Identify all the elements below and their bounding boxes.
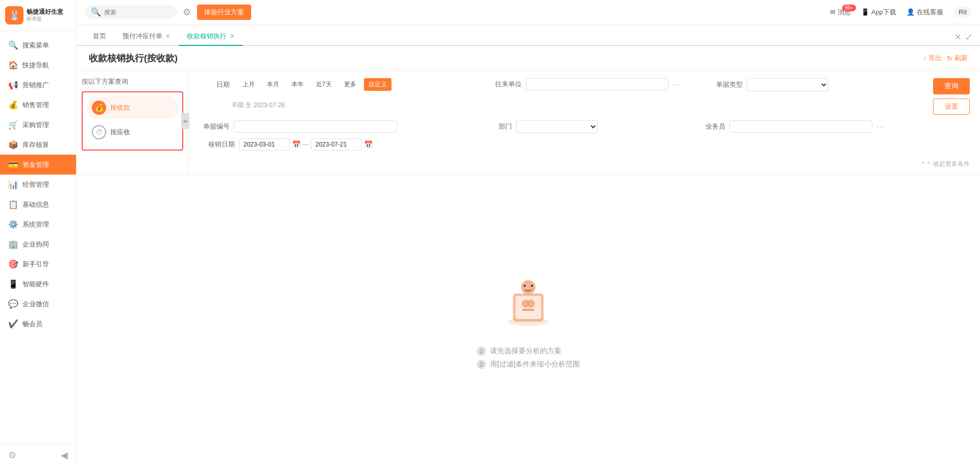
inventory-icon: 📦 (8, 140, 18, 150)
collapse-more-btn[interactable]: ⌃⌃ 收起更多条件 (189, 158, 980, 175)
sidebar-item-hardware[interactable]: 📱 智能硬件 (0, 274, 76, 294)
filter-form-area: 日期 上月 本月 本年 近7天 更多 自定义 (189, 71, 980, 175)
logo-area: 🐰 畅捷通好生意 标准版 (0, 0, 76, 31)
settings-gear-icon[interactable]: ⚙ (183, 7, 191, 18)
search-input[interactable] (104, 9, 165, 16)
message-icon: ✉ (830, 8, 836, 16)
tab-prepay-conflict-close[interactable]: ✕ (165, 33, 170, 40)
date-last-month-btn[interactable]: 上月 (238, 78, 259, 91)
hardware-icon: 📱 (8, 279, 18, 289)
by-receivable-icon: ⏱ (92, 125, 106, 139)
sidebar-item-funds[interactable]: 💳 资金管理 (0, 155, 76, 175)
sidebar-item-purchase[interactable]: 🛒 采购管理 (0, 115, 76, 135)
export-button[interactable]: ↑ 导出 (923, 54, 942, 63)
date-btn-group: 上月 本月 本年 近7天 更多 自定义 (238, 78, 483, 91)
collapse-sidebar-icon[interactable]: ◀ (61, 450, 68, 461)
tab-close-all-icon[interactable]: ✕ (954, 32, 961, 42)
sidebar: 🐰 畅捷通好生意 标准版 🔍 搜索菜单 🏠 快捷导航 📢 营销推广 💰 销售管理… (0, 0, 77, 467)
sidebar-item-system[interactable]: ⚙️ 系统管理 (0, 214, 76, 234)
page-header: 收款核销执行(按收款) ↑ 导出 ↻ 刷新 (77, 46, 980, 71)
dept-field: 部门 (481, 120, 687, 133)
online-service-button[interactable]: 👤 在线客服 (906, 8, 943, 17)
sidebar-item-quick-nav[interactable]: 🏠 快捷导航 (0, 55, 76, 75)
sidebar-item-label: 系统管理 (22, 220, 49, 229)
tab-expand-icon[interactable]: ⤢ (965, 32, 972, 42)
message-badge: 99+ (842, 5, 856, 11)
search-menu-icon: 🔍 (8, 40, 18, 50)
tab-prepay-conflict-label: 预付冲应付单 (122, 32, 162, 41)
calendar-end-icon[interactable]: 📅 (364, 140, 373, 149)
sidebar-item-inventory[interactable]: 📦 库存核算 (0, 135, 76, 155)
filter-sidebar: 按以下方案查询 💰 按收款 ⏱ 按应收 ≫ (77, 71, 189, 175)
filter-panel: 按以下方案查询 💰 按收款 ⏱ 按应收 ≫ (77, 71, 980, 175)
filter-option-by-collection[interactable]: 💰 按收款 (87, 96, 178, 119)
sidebar-item-label: 经营管理 (22, 180, 49, 189)
empty-illustration (498, 273, 559, 334)
writeoff-date-start-input[interactable] (239, 138, 290, 151)
date-this-month-btn[interactable]: 本月 (262, 78, 284, 91)
empty-tip-1-text: 请先选择要分析的方案 (490, 347, 561, 356)
date-range-display: 不限 至 2023-07-26 (199, 101, 483, 110)
doc-no-label: 单据编号 (199, 122, 230, 131)
marketing-icon: 📢 (8, 80, 18, 90)
date-more-btn[interactable]: 更多 (339, 78, 361, 91)
topbar-search-box[interactable]: 🔍 (85, 5, 177, 19)
filter-sidebar-collapse-btn[interactable]: ≫ (181, 113, 189, 129)
writeoff-date-label: 核销日期 (199, 140, 235, 149)
industry-solution-button[interactable]: 体验行业方案 (197, 5, 251, 20)
filter-option-by-receivable[interactable]: ⏱ 按应收 (87, 121, 178, 143)
sidebar-item-guide[interactable]: 🎯 新手引导 (0, 254, 76, 274)
app-download-button[interactable]: 📱 App下载 (861, 8, 896, 17)
date-custom-btn[interactable]: 自定义 (364, 78, 391, 91)
calendar-start-icon[interactable]: 📅 (292, 140, 301, 149)
sidebar-item-label: 采购管理 (22, 120, 49, 130)
empty-tip-2-text: 用[过滤]条件来缩小分析范围 (490, 360, 580, 369)
tab-home[interactable]: 首页 (85, 28, 114, 46)
tabbar: 首页 预付冲应付单 ✕ 收款核销执行 ✕ ✕ ⤢ (77, 24, 980, 46)
doc-no-input[interactable] (234, 120, 397, 133)
sidebar-item-marketing[interactable]: 📢 营销推广 (0, 75, 76, 95)
wechat-icon: 💬 (8, 299, 18, 309)
operation-icon: 📊 (8, 180, 18, 189)
doc-type-label: 单据类型 (712, 80, 743, 89)
search-icon: 🔍 (91, 7, 101, 17)
query-actions-col: 查询 设置 (933, 78, 970, 115)
sidebar-item-label: 快捷导航 (22, 61, 49, 70)
doc-type-select[interactable] (747, 78, 828, 91)
purchase-icon: 🛒 (8, 120, 18, 130)
sidebar-item-operation[interactable]: 📊 经营管理 (0, 175, 76, 194)
sidebar-item-member[interactable]: ✔️ 畅会员 (0, 314, 76, 334)
tab-collect-writeoff-close[interactable]: ✕ (230, 33, 235, 40)
counterpart-more-icon[interactable]: ··· (673, 80, 682, 88)
refresh-button[interactable]: ↻ 刷新 (947, 54, 968, 63)
date-this-year-btn[interactable]: 本年 (287, 78, 308, 91)
setting-button[interactable]: 设置 (933, 99, 970, 115)
staff-more-icon[interactable]: ··· (876, 122, 886, 131)
date-field-col: 日期 上月 本月 本年 近7天 更多 自定义 (199, 78, 483, 110)
funds-icon: 💳 (8, 160, 18, 169)
sidebar-item-basic-info[interactable]: 📋 基础信息 (0, 194, 76, 214)
staff-input[interactable] (729, 120, 872, 133)
sidebar-item-wechat[interactable]: 💬 企业微信 (0, 294, 76, 314)
enterprise-icon: 🏢 (8, 239, 18, 249)
message-button[interactable]: ✉ 消息 99+ (830, 8, 851, 17)
query-button[interactable]: 查询 (933, 78, 970, 94)
writeoff-date-end-input[interactable] (311, 138, 362, 151)
doc-type-field: 单据类型 (712, 78, 925, 91)
date-row: 日期 上月 本月 本年 近7天 更多 自定义 (199, 78, 483, 91)
tab-prepay-conflict[interactable]: 预付冲应付单 ✕ (114, 28, 179, 46)
sidebar-item-sales[interactable]: 💰 销售管理 (0, 95, 76, 115)
sidebar-footer: ⚙ ◀ (0, 443, 76, 467)
sidebar-item-enterprise[interactable]: 🏢 企业协同 (0, 234, 76, 254)
date-7days-btn[interactable]: 近7天 (311, 78, 336, 91)
service-icon: 👤 (906, 8, 915, 16)
counterpart-input[interactable] (526, 78, 669, 90)
dept-select[interactable] (516, 120, 598, 133)
user-avatar[interactable]: Rit (953, 7, 972, 17)
sidebar-item-label: 畅会员 (22, 319, 42, 329)
tab-collect-writeoff[interactable]: 收款核销执行 ✕ (179, 28, 243, 46)
sidebar-item-search-menu[interactable]: 🔍 搜索菜单 (0, 35, 76, 55)
settings-footer-icon[interactable]: ⚙ (8, 450, 16, 461)
svg-point-4 (527, 300, 535, 308)
sales-icon: 💰 (8, 100, 18, 110)
